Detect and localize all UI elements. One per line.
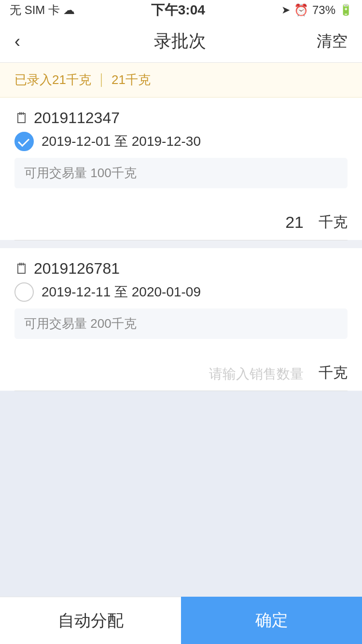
summary-divider	[101, 73, 102, 87]
quantity-row-1: 千克	[0, 205, 362, 240]
summary-value: 21千克	[111, 71, 151, 88]
radio-checked-1[interactable]	[14, 132, 34, 151]
alarm-icon: ⏰	[294, 3, 308, 17]
status-left: 无 SIM 卡 ☁	[10, 2, 75, 18]
batch-card-2: 🗒 2019126781 2019-12-11 至 2020-01-09 可用交…	[0, 248, 362, 355]
batch-row-2: 2019-12-11 至 2020-01-09	[14, 282, 348, 302]
batch-header-1: 🗒 2019112347	[14, 109, 348, 127]
section-separator	[0, 240, 362, 248]
main-content: 已录入21千克 21千克 🗒 2019112347 2019-12-01 至 2…	[0, 63, 362, 597]
batch-date-1: 2019-12-01 至 2019-12-30	[42, 132, 201, 151]
batch-card-1: 🗒 2019112347 2019-12-01 至 2019-12-30 可用交…	[0, 98, 362, 205]
location-icon: ➤	[281, 4, 290, 16]
battery-icon: 🔋	[339, 4, 352, 16]
quantity-input-2[interactable]	[106, 364, 311, 382]
nav-bar: ‹ 录批次 清空	[0, 20, 362, 63]
status-time: 下午3:04	[151, 1, 205, 19]
batch-doc-icon-2: 🗒	[14, 261, 29, 277]
batch-id-2: 2019126781	[34, 260, 120, 278]
bottom-buttons: 自动分配 确定	[0, 597, 362, 644]
status-bar: 无 SIM 卡 ☁ 下午3:04 ➤ ⏰ 73% 🔋	[0, 0, 362, 20]
back-button[interactable]: ‹	[14, 31, 43, 52]
batch-availability-1: 可用交易量 100千克	[14, 158, 348, 188]
summary-bar: 已录入21千克 21千克	[0, 63, 362, 98]
quantity-row-2: 千克	[0, 355, 362, 391]
status-right: ➤ ⏰ 73% 🔋	[281, 3, 352, 17]
no-sim-text: 无 SIM 卡 ☁	[10, 2, 75, 18]
quantity-input-1[interactable]	[106, 213, 311, 232]
batch-doc-icon-1: 🗒	[14, 110, 29, 126]
battery-text: 73%	[312, 3, 335, 17]
radio-unchecked-2[interactable]	[14, 282, 34, 302]
auto-distribute-button[interactable]: 自动分配	[0, 597, 181, 644]
batch-header-2: 🗒 2019126781	[14, 260, 348, 278]
clear-button[interactable]: 清空	[317, 31, 348, 52]
page-title: 录批次	[154, 29, 206, 53]
summary-label: 已录入21千克	[14, 71, 91, 88]
batch-date-2: 2019-12-11 至 2020-01-09	[42, 283, 201, 301]
quantity-unit-1: 千克	[319, 212, 348, 232]
bottom-spacer	[0, 391, 362, 597]
quantity-unit-2: 千克	[319, 363, 348, 383]
confirm-button[interactable]: 确定	[181, 597, 362, 644]
batch-row-1: 2019-12-01 至 2019-12-30	[14, 132, 348, 151]
batch-id-1: 2019112347	[34, 109, 120, 127]
batch-availability-2: 可用交易量 200千克	[14, 308, 348, 339]
